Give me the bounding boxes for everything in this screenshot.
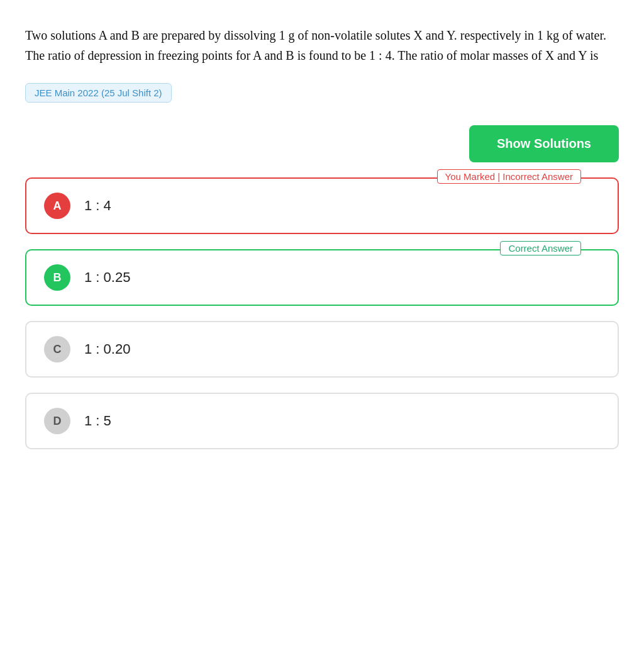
question-text: Two solutions A and B are prepared by di… — [25, 25, 619, 65]
option-circle-b: B — [44, 264, 70, 291]
tag-badge: JEE Main 2022 (25 Jul Shift 2) — [25, 83, 172, 103]
option-circle-d: D — [44, 408, 70, 434]
correct-label: Correct Answer — [500, 241, 581, 255]
option-card-b[interactable]: B 1 : 0.25 — [25, 249, 619, 306]
option-text-b: 1 : 0.25 — [84, 269, 130, 286]
options-container: You Marked | Incorrect Answer A 1 : 4 Co… — [25, 177, 619, 464]
option-circle-c: C — [44, 336, 70, 362]
option-wrapper-b: Correct Answer B 1 : 0.25 — [25, 249, 619, 306]
option-text-a: 1 : 4 — [84, 198, 111, 214]
option-wrapper-c: C 1 : 0.20 — [25, 321, 619, 378]
option-wrapper-d: D 1 : 5 — [25, 393, 619, 449]
option-card-a[interactable]: A 1 : 4 — [25, 177, 619, 234]
option-text-d: 1 : 5 — [84, 413, 111, 429]
option-wrapper-a: You Marked | Incorrect Answer A 1 : 4 — [25, 177, 619, 234]
option-card-d[interactable]: D 1 : 5 — [25, 393, 619, 449]
option-circle-a: A — [44, 193, 70, 219]
option-card-c[interactable]: C 1 : 0.20 — [25, 321, 619, 378]
incorrect-label: You Marked | Incorrect Answer — [437, 169, 581, 184]
show-solutions-button[interactable]: Show Solutions — [469, 125, 619, 162]
option-text-c: 1 : 0.20 — [84, 341, 130, 357]
